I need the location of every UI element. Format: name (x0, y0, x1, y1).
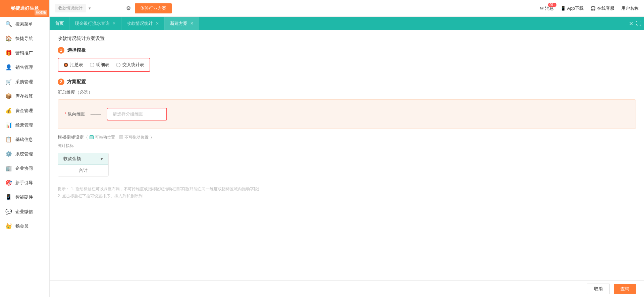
money-icon: 💰 (5, 107, 12, 114)
service-icon: 🎧 (590, 6, 596, 11)
target-icon: 🎯 (5, 180, 12, 186)
section-template: 1 选择模板 汇总表 明细表 交叉统计表 (58, 47, 636, 72)
sidebar-item-label: 销售管理 (15, 64, 33, 70)
app-logo: 畅捷通好生意 标准版 (0, 0, 49, 17)
breadcrumb-text: 收款情况统计 (55, 4, 86, 12)
column-header-label: 收款金额 (63, 156, 81, 162)
legend-fixed: 不可拖动位置 (119, 135, 149, 140)
box-icon: 📦 (5, 93, 12, 99)
main-area: 收款情况统计 ▾ ⚙ 体验行业方案 ✉ 消息 99+ 📱 App下载 🎧 在线客… (50, 0, 644, 297)
breadcrumb-dropdown-icon[interactable]: ▾ (89, 6, 91, 11)
metrics-table-area: 统计指标 收款金额 ▾ 合计 (58, 143, 636, 177)
header-right: ✉ 消息 99+ 📱 App下载 🎧 在线客服 用户名称 (540, 5, 639, 11)
cart-icon: 🛒 (5, 79, 12, 85)
sidebar-item-inventory[interactable]: 📦 库存核算 (0, 89, 49, 103)
sidebar-item-label: 营销推广 (15, 50, 33, 56)
sidebar-item-member[interactable]: 👑 畅会员 (0, 219, 49, 233)
tab-new-plan-close-icon[interactable]: ✕ (190, 21, 194, 26)
sidebar-item-hardware[interactable]: 📱 智能硬件 (0, 190, 49, 204)
sidebar-item-sales[interactable]: 👤 销售管理 (0, 60, 49, 75)
download-icon: 📱 (560, 6, 566, 11)
sidebar-item-quick-nav[interactable]: 🏠 快捷导航 (0, 31, 49, 46)
metrics-table: 收款金额 ▾ 合计 (58, 153, 109, 177)
tab-new-plan[interactable]: 新建方案 ✕ (165, 17, 199, 30)
sidebar-item-label: 资金管理 (15, 108, 33, 114)
radio-summary[interactable]: 汇总表 (64, 62, 83, 68)
radio-cross[interactable]: 交叉统计表 (116, 62, 144, 68)
radio-cross-input[interactable] (116, 63, 120, 67)
user-icon: 👤 (5, 64, 12, 70)
radio-detail-input[interactable] (90, 63, 94, 67)
sidebar-item-purchase[interactable]: 🛒 采购管理 (0, 75, 49, 89)
industry-button[interactable]: 体验行业方案 (135, 3, 172, 13)
service-label: 在线客服 (597, 5, 614, 11)
dimension-selector[interactable]: 请选择分组维度 (107, 108, 167, 120)
content-area: 收款情况统计方案设置 1 选择模板 汇总表 明细表 (50, 30, 644, 280)
breadcrumb-area: 收款情况统计 ▾ (55, 4, 122, 12)
bottom-action-bar: 取消 查询 (50, 280, 644, 297)
sidebar-item-label: 采购管理 (15, 79, 33, 85)
hint-line-1: 提示： 1. 拖动标题栏可以调整布局，不可跨维度或指标区域拖动栏目字段(只能在同… (58, 186, 636, 192)
tab-receipt-stat-close-icon[interactable]: ✕ (156, 21, 159, 26)
tab-bank-flow-close-icon[interactable]: ✕ (112, 21, 116, 26)
sidebar: 畅捷通好生意 标准版 🔍 搜索菜单 🏠 快捷导航 🎁 营销推广 👤 销售管理 🛒… (0, 0, 50, 297)
chart-icon: 📊 (5, 122, 12, 128)
crown-icon: 👑 (5, 223, 12, 229)
metrics-section: 模板指标设定（ 可拖动位置 不可拖动位置 ） (58, 134, 636, 140)
tab-receipt-stat[interactable]: 收款情况统计 ✕ (121, 17, 165, 30)
metrics-table-header[interactable]: 收款金额 ▾ (58, 153, 108, 165)
metrics-close-paren: ） (150, 134, 154, 140)
download-button[interactable]: 📱 App下载 (560, 5, 584, 11)
dropdown-arrow-icon[interactable]: ▾ (101, 156, 103, 161)
sidebar-item-finance[interactable]: 💰 资金管理 (0, 103, 49, 118)
service-button[interactable]: 🎧 在线客服 (590, 5, 614, 11)
user-name[interactable]: 用户名称 (621, 5, 639, 11)
legend-fixed-label: 不可拖动位置 (124, 135, 149, 140)
tab-close-all-icon[interactable]: ✕ (629, 20, 633, 27)
clipboard-icon: 📋 (5, 136, 12, 143)
tab-bar: 首页 现金银行流水查询 ✕ 收款情况统计 ✕ 新建方案 ✕ ✕ ⛶ (50, 17, 644, 30)
sidebar-item-search[interactable]: 🔍 搜索菜单 (0, 17, 49, 31)
tab-bank-flow[interactable]: 现金银行流水查询 ✕ (69, 17, 121, 30)
sidebar-item-label: 库存核算 (15, 93, 33, 99)
query-button[interactable]: 查询 (614, 284, 636, 294)
sidebar-item-basic[interactable]: 📋 基础信息 (0, 132, 49, 147)
cancel-button[interactable]: 取消 (587, 284, 610, 294)
section-config: 2 方案配置 汇总维度（必选） * 纵向维度 —— 请选择分组维度 (58, 79, 636, 199)
sidebar-item-enterprise[interactable]: 🏢 企业协同 (0, 161, 49, 176)
stats-column: 统计指标 收款金额 ▾ 合计 (58, 143, 109, 177)
tab-expand-icon[interactable]: ⛶ (636, 20, 641, 27)
radio-detail[interactable]: 明细表 (90, 62, 109, 68)
notification-button[interactable]: ✉ 消息 99+ (540, 5, 554, 11)
notification-badge: 99+ (548, 3, 556, 7)
sidebar-item-label: 智能硬件 (15, 194, 33, 200)
legend-movable: 可拖动位置 (90, 135, 115, 140)
radio-detail-label: 明细表 (96, 62, 109, 68)
tab-bar-actions: ✕ ⛶ (629, 17, 644, 30)
sidebar-item-label: 企业微信 (15, 209, 33, 215)
radio-summary-input[interactable] (64, 63, 68, 67)
page-title: 收款情况统计方案设置 (58, 36, 636, 42)
page-container: 收款情况统计方案设置 1 选择模板 汇总表 明细表 (50, 30, 644, 280)
sidebar-item-operation[interactable]: 📊 经营管理 (0, 118, 49, 132)
section1-title: 选择模板 (67, 47, 86, 53)
sidebar-item-guide[interactable]: 🎯 新手引导 (0, 176, 49, 190)
sidebar-item-label: 畅会员 (15, 223, 29, 229)
phone-icon: 📱 (5, 194, 12, 200)
gift-icon: 🎁 (5, 50, 12, 56)
sidebar-item-marketing[interactable]: 🎁 营销推广 (0, 46, 49, 60)
settings-icon[interactable]: ⚙ (126, 5, 131, 11)
sidebar-item-system[interactable]: ⚙️ 系统管理 (0, 147, 49, 161)
stats-column-label: 统计指标 (58, 143, 109, 149)
sidebar-item-wechat[interactable]: 💬 企业微信 (0, 204, 49, 219)
tab-home-label: 首页 (55, 20, 64, 27)
message-icon: ✉ (540, 6, 544, 11)
sidebar-item-label: 快捷导航 (15, 36, 33, 42)
template-options-box: 汇总表 明细表 交叉统计表 (58, 58, 150, 72)
metrics-title-text: 模板指标设定（ (58, 134, 88, 140)
tab-home[interactable]: 首页 (50, 17, 69, 30)
app-version: 标准版 (35, 10, 47, 15)
tab-new-plan-label: 新建方案 (170, 20, 187, 27)
top-header: 收款情况统计 ▾ ⚙ 体验行业方案 ✉ 消息 99+ 📱 App下载 🎧 在线客… (50, 0, 644, 17)
legend-movable-label: 可拖动位置 (95, 135, 115, 140)
